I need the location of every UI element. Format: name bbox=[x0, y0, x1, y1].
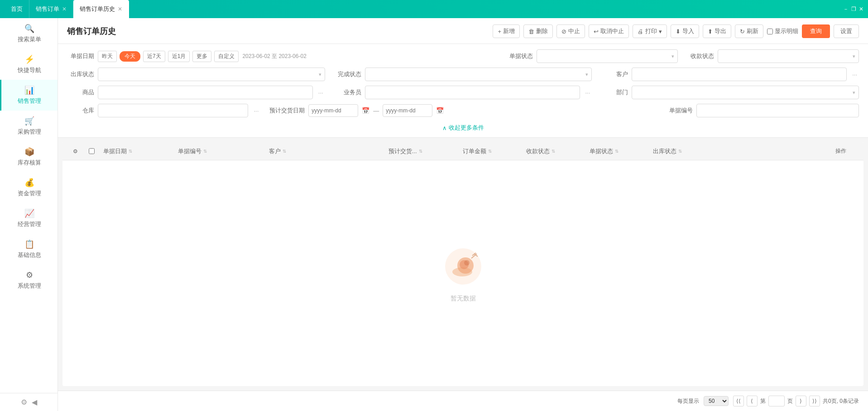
window-restore-icon[interactable]: ❐ bbox=[851, 6, 856, 12]
date-1month-btn[interactable]: 近1月 bbox=[168, 51, 190, 62]
main-layout: 🔍 搜索菜单 ⚡ 快捷导航 📊 销售管理 🛒 采购管理 📦 库存核算 💰 资金管… bbox=[0, 18, 868, 411]
th-checkbox[interactable] bbox=[83, 148, 100, 154]
department-select[interactable] bbox=[632, 86, 859, 99]
th-customer[interactable]: 客户 ⇅ bbox=[265, 147, 385, 155]
customer-input[interactable] bbox=[632, 68, 847, 81]
out-status-select[interactable] bbox=[98, 68, 325, 81]
th-customer-label: 客户 bbox=[269, 147, 281, 155]
show-detail-label: 显示明细 bbox=[775, 27, 798, 35]
current-page-input[interactable]: 1 bbox=[768, 396, 785, 406]
goods-label: 商品 bbox=[67, 88, 94, 97]
sidebar-item-basic-info[interactable]: 📋 基础信息 bbox=[0, 234, 58, 265]
import-button[interactable]: ⬇ 导入 bbox=[671, 24, 699, 38]
sort-order-status-icon: ⇅ bbox=[615, 149, 619, 154]
order-no-input[interactable] bbox=[696, 104, 859, 117]
query-button[interactable]: 查询 bbox=[802, 24, 830, 38]
date-more-btn[interactable]: 更多 bbox=[192, 51, 211, 62]
filter-row-2: 出库状态 ▾ 完成状态 ▾ 客户 ··· bbox=[67, 68, 859, 81]
tab-home[interactable]: 首页 bbox=[5, 0, 29, 18]
delete-icon: 🗑 bbox=[528, 28, 534, 35]
page-size-select[interactable]: 20 50 100 bbox=[704, 396, 729, 406]
filter-row-4: 仓库 ··· 预计交货日期 📅 — 📅 单据编号 bbox=[67, 104, 859, 117]
th-delivery[interactable]: 预计交货... ⇅ bbox=[385, 147, 460, 155]
order-status-select[interactable] bbox=[537, 49, 678, 63]
out-status-label: 出库状态 bbox=[67, 70, 94, 78]
next-page-btn[interactable]: ⟩ bbox=[796, 396, 806, 406]
print-label: 打印 bbox=[645, 27, 657, 35]
sidebar-item-sales[interactable]: 📊 销售管理 bbox=[0, 80, 58, 111]
sidebar-item-finance[interactable]: 💰 资金管理 bbox=[0, 172, 58, 203]
date-today-btn[interactable]: 今天 bbox=[120, 51, 140, 62]
goods-more-icon[interactable]: ··· bbox=[317, 89, 325, 96]
goods-input[interactable] bbox=[98, 86, 313, 99]
show-detail-checkbox[interactable] bbox=[767, 29, 773, 34]
warehouse-input[interactable] bbox=[98, 104, 248, 117]
sidebar-item-inventory[interactable]: 📦 库存核算 bbox=[0, 141, 58, 172]
sidebar-item-system-label: 系统管理 bbox=[18, 282, 41, 290]
warehouse-more-icon[interactable]: ··· bbox=[252, 107, 260, 114]
sidebar-item-quicknav-label: 快捷导航 bbox=[18, 66, 41, 74]
tab-sales-order-history[interactable]: 销售订单历史 ✕ bbox=[73, 0, 129, 18]
show-detail-checkbox-label[interactable]: 显示明细 bbox=[767, 27, 798, 35]
export-button[interactable]: ⬆ 导出 bbox=[703, 24, 731, 38]
th-out-status[interactable]: 出库状态 ⇅ bbox=[649, 147, 713, 155]
collapse-sidebar-icon[interactable]: ◀ bbox=[32, 398, 37, 406]
th-pay-status[interactable]: 收款状态 ⇅ bbox=[523, 147, 586, 155]
refresh-button[interactable]: ↻ 刷新 bbox=[735, 24, 763, 38]
filter-payment-status: 收款状态 ▾ bbox=[687, 49, 859, 63]
th-amount[interactable]: 订单金额 ⇅ bbox=[459, 147, 523, 155]
prev-page-btn[interactable]: ⟨ bbox=[747, 396, 758, 406]
tab-sales-order-history-close[interactable]: ✕ bbox=[118, 6, 122, 12]
date-yesterday-btn[interactable]: 昨天 bbox=[98, 51, 117, 62]
first-page-btn[interactable]: ⟨⟨ bbox=[733, 396, 744, 406]
sidebar-item-basic-info-label: 基础信息 bbox=[18, 251, 41, 259]
stop-button[interactable]: ⊘ 中止 bbox=[556, 24, 585, 38]
th-date[interactable]: 单据日期 ⇅ bbox=[100, 147, 174, 155]
select-all-checkbox[interactable] bbox=[89, 148, 95, 154]
expected-date-end[interactable] bbox=[383, 104, 432, 117]
salesperson-more-icon[interactable]: ··· bbox=[584, 89, 592, 96]
filter-area: 单据日期 昨天 今天 近7天 近1月 更多 自定义 2023-06-02 至 2… bbox=[58, 44, 868, 138]
sort-delivery-icon: ⇅ bbox=[419, 149, 422, 154]
th-settings[interactable]: ⚙ bbox=[67, 148, 83, 155]
date-range-display: 2023-06-02 至 2023-06-02 bbox=[242, 53, 306, 60]
customer-more-icon[interactable]: ··· bbox=[850, 71, 859, 78]
toolbar: + 新增 🗑 删除 ⊘ 中止 ↩ 取消中止 bbox=[493, 24, 859, 38]
sidebar-item-system[interactable]: ⚙ 系统管理 bbox=[0, 265, 58, 295]
import-label: 导入 bbox=[682, 27, 694, 35]
payment-status-select[interactable] bbox=[718, 49, 859, 63]
complete-status-label: 完成状态 bbox=[334, 70, 361, 78]
content-area: 销售订单历史 + 新增 🗑 删除 ⊘ 中止 ↩ bbox=[58, 18, 868, 411]
sort-no-icon: ⇅ bbox=[203, 149, 207, 154]
collapse-button[interactable]: ∧ 收起更多条件 bbox=[442, 124, 484, 132]
th-no[interactable]: 单据编号 ⇅ bbox=[174, 147, 266, 155]
print-button[interactable]: 🖨 打印 ▾ bbox=[633, 24, 667, 38]
last-page-btn[interactable]: ⟩⟩ bbox=[809, 396, 820, 406]
window-close-icon[interactable]: ✕ bbox=[859, 6, 863, 12]
date-custom-btn[interactable]: 自定义 bbox=[214, 51, 239, 62]
sidebar-item-search[interactable]: 🔍 搜索菜单 bbox=[0, 18, 58, 49]
calendar-start-icon[interactable]: 📅 bbox=[362, 107, 369, 114]
add-button[interactable]: + 新增 bbox=[493, 24, 520, 38]
sidebar-item-business[interactable]: 📈 经营管理 bbox=[0, 203, 58, 234]
th-order-status[interactable]: 单据状态 ⇅ bbox=[586, 147, 649, 155]
window-minimize-icon[interactable]: － bbox=[843, 5, 849, 13]
sidebar-item-purchase[interactable]: 🛒 采购管理 bbox=[0, 111, 58, 141]
svg-point-4 bbox=[464, 260, 470, 266]
delete-button[interactable]: 🗑 删除 bbox=[523, 24, 553, 38]
calendar-end-icon[interactable]: 📅 bbox=[436, 107, 444, 114]
expected-date-start[interactable] bbox=[308, 104, 358, 117]
filter-salesperson: 业务员 ··· bbox=[334, 86, 592, 99]
sidebar-item-quicknav[interactable]: ⚡ 快捷导航 bbox=[0, 49, 58, 80]
cancel-stop-button[interactable]: ↩ 取消中止 bbox=[589, 24, 629, 38]
refresh-icon: ↻ bbox=[740, 28, 745, 35]
settings-bottom-icon[interactable]: ⚙ bbox=[21, 398, 27, 406]
pagination: ⟨⟨ ⟨ 第 1 页 ⟩ ⟩⟩ 共0页, 0条记录 bbox=[733, 396, 859, 406]
settings-button[interactable]: 设置 bbox=[834, 24, 859, 38]
salesperson-input[interactable] bbox=[365, 86, 580, 99]
date-7days-btn[interactable]: 近7天 bbox=[143, 51, 165, 62]
sidebar-item-search-label: 搜索菜单 bbox=[18, 35, 41, 44]
tab-sales-order-close[interactable]: ✕ bbox=[62, 6, 67, 12]
complete-status-select[interactable] bbox=[365, 68, 592, 81]
tab-sales-order[interactable]: 销售订单 ✕ bbox=[29, 0, 73, 18]
